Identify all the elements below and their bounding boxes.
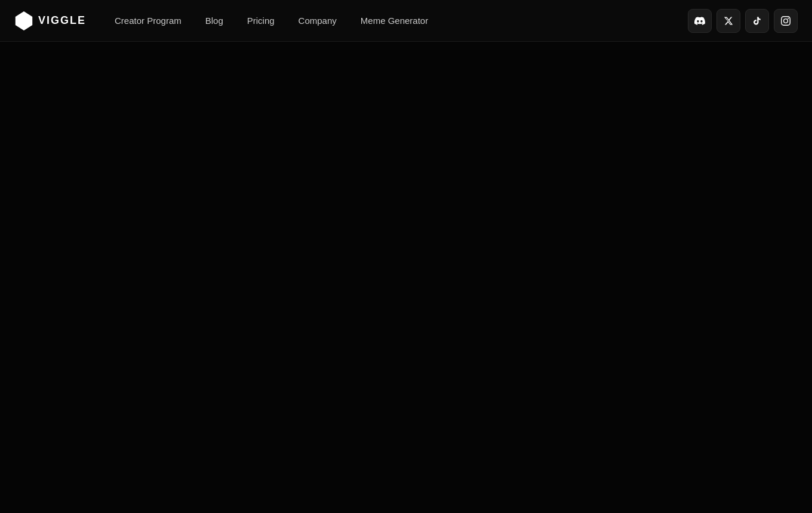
nav-item-creator-program[interactable]: Creator Program: [105, 11, 191, 30]
nav-item-blog[interactable]: Blog: [196, 11, 233, 30]
viggle-logo-icon: [14, 11, 33, 30]
instagram-icon: [781, 16, 791, 26]
nav-links: Creator Program Blog Pricing Company Mem…: [105, 11, 438, 30]
navbar-left: VIGGLE Creator Program Blog Pricing Comp…: [14, 11, 438, 30]
discord-icon: [694, 16, 705, 26]
main-content: [0, 42, 812, 513]
tiktok-button[interactable]: [745, 9, 769, 33]
logo-text: VIGGLE: [38, 14, 86, 27]
navbar-right: [688, 9, 798, 33]
nav-item-pricing[interactable]: Pricing: [238, 11, 284, 30]
twitter-button[interactable]: [716, 9, 740, 33]
twitter-x-icon: [724, 16, 733, 26]
nav-item-meme-generator[interactable]: Meme Generator: [351, 11, 438, 30]
tiktok-icon: [752, 16, 762, 26]
nav-item-company[interactable]: Company: [289, 11, 346, 30]
logo[interactable]: VIGGLE: [14, 11, 86, 30]
instagram-button[interactable]: [774, 9, 798, 33]
navbar: VIGGLE Creator Program Blog Pricing Comp…: [0, 0, 812, 42]
discord-button[interactable]: [688, 9, 712, 33]
